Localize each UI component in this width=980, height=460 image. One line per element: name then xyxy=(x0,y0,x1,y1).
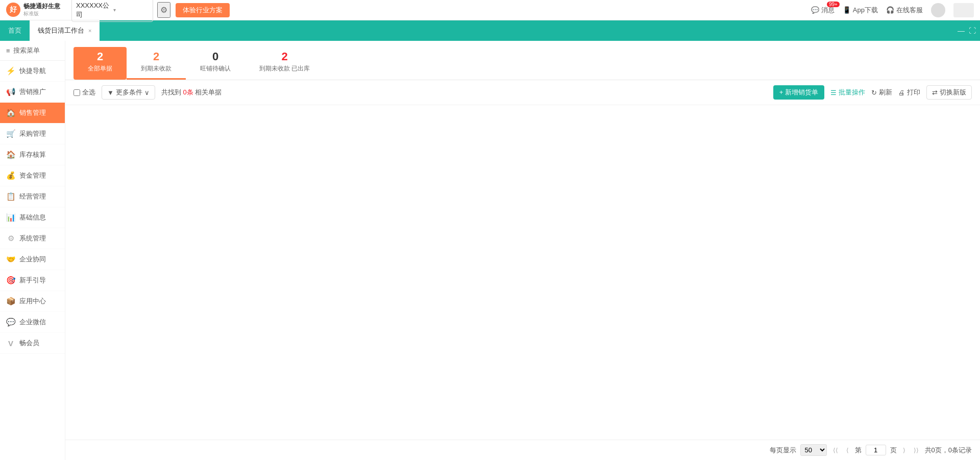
sidebar-item-purchase[interactable]: 🛒 采购管理 xyxy=(0,124,65,144)
sidebar-item-inventory[interactable]: 🏠 库存核算 xyxy=(0,144,65,165)
next-page-button[interactable]: ⟩ xyxy=(901,446,908,455)
prev-page-button[interactable]: ⟨ xyxy=(844,446,851,455)
online-service-button[interactable]: 🎧 在线客服 xyxy=(886,6,923,15)
chevron-down-icon: ▾ xyxy=(113,7,149,13)
tab-expand-icon[interactable]: ⛶ xyxy=(969,27,976,35)
empty-state xyxy=(65,105,980,309)
app-download-label: App下载 xyxy=(853,6,878,15)
app-center-icon: 📦 xyxy=(6,297,15,306)
sidebar-item-label: 新手引导 xyxy=(19,276,46,285)
logo-icon: 好 xyxy=(6,3,20,17)
header: 好 畅捷通好生意 标准版 XXXXXX公司 ▾ ⚙ 体验行业方案 💬 消息 99… xyxy=(0,0,980,20)
online-service-label: 在线客服 xyxy=(896,6,923,15)
refresh-label: 刷新 xyxy=(879,88,892,97)
message-badge: 99+ xyxy=(827,2,840,7)
sales-icon: 🏠 xyxy=(6,108,15,117)
page-input[interactable] xyxy=(866,445,886,455)
app-download-icon: 📱 xyxy=(843,6,851,14)
guide-icon: 🎯 xyxy=(6,276,15,285)
page-size-select[interactable]: 50 10 20 100 xyxy=(800,444,827,456)
pagination: 每页显示 50 10 20 100 ⟨⟨ ⟨ 第 页 ⟩ ⟩⟩ 共0页，0条记录 xyxy=(65,440,980,460)
user-menu[interactable] xyxy=(953,3,974,17)
member-icon: V xyxy=(6,339,15,348)
sidebar-item-marketing[interactable]: 📢 营销推广 xyxy=(0,82,65,103)
logo-text-area: 畅捷通好生意 标准版 xyxy=(23,3,60,17)
print-label: 打印 xyxy=(907,88,920,97)
select-all-checkbox[interactable] xyxy=(74,89,80,96)
tab-minimize-icon[interactable]: — xyxy=(958,27,965,35)
sidebar-item-label: 企业协同 xyxy=(19,255,46,264)
new-order-button[interactable]: + 新增销货单 xyxy=(773,85,824,100)
last-page-button[interactable]: ⟩⟩ xyxy=(912,446,921,455)
tab-active-label: 钱货日清工作台 xyxy=(38,26,84,35)
tab-home[interactable]: 首页 xyxy=(0,20,30,41)
enterprise-icon: 🤝 xyxy=(6,255,15,264)
stat-number-all: 2 xyxy=(97,50,103,63)
avatar[interactable] xyxy=(931,3,945,17)
stat-tab-pending[interactable]: 0 旺铺待确认 xyxy=(186,47,245,80)
logo-title: 畅捷通好生意 xyxy=(23,3,60,10)
batch-button[interactable]: ☰ 批量操作 xyxy=(830,88,865,97)
wechat-icon: 💬 xyxy=(6,318,15,327)
sidebar-item-member[interactable]: V 畅会员 xyxy=(0,333,65,354)
page-size-label: 每页显示 xyxy=(770,446,796,455)
operations-icon: 📋 xyxy=(6,192,15,201)
select-all-area[interactable]: 全选 xyxy=(74,88,95,97)
marketing-icon: 📢 xyxy=(6,87,15,96)
company-name: XXXXXX公司 xyxy=(76,1,111,19)
stat-tab-all[interactable]: 2 全部单据 xyxy=(74,47,127,80)
sidebar-search-label: 搜索菜单 xyxy=(13,46,40,55)
page-label: 第 xyxy=(855,446,862,455)
stat-label-overdue: 到期未收款 xyxy=(141,64,172,73)
found-text: 共找到 0条 相关单据 xyxy=(161,88,222,97)
stat-label-overdue-shipped: 到期未收款 已出库 xyxy=(259,64,310,73)
sidebar-item-label: 企业微信 xyxy=(19,318,46,327)
company-selector[interactable]: XXXXXX公司 ▾ xyxy=(71,0,153,22)
filter-button[interactable]: ▼ 更多条件 ∨ xyxy=(102,85,155,100)
switch-label: 切换新版 xyxy=(940,88,966,97)
settings-button[interactable]: ⚙ xyxy=(157,2,170,18)
sidebar-item-finance[interactable]: 💰 资金管理 xyxy=(0,165,65,186)
stat-number-overdue-shipped: 2 xyxy=(282,50,288,63)
sidebar-item-quick-nav[interactable]: ⚡ 快捷导航 xyxy=(0,61,65,82)
toolbar-right: + 新增销货单 ☰ 批量操作 ↻ 刷新 🖨 打印 ⇄ 切换新版 xyxy=(773,85,972,100)
sidebar-item-wechat[interactable]: 💬 企业微信 xyxy=(0,312,65,333)
refresh-icon: ↻ xyxy=(871,89,877,96)
sidebar-item-enterprise[interactable]: 🤝 企业协同 xyxy=(0,249,65,270)
print-button[interactable]: 🖨 打印 xyxy=(898,88,920,97)
sidebar-item-app-center[interactable]: 📦 应用中心 xyxy=(0,291,65,312)
refresh-button[interactable]: ↻ 刷新 xyxy=(871,88,892,97)
sidebar-item-label: 快捷导航 xyxy=(19,66,46,76)
sidebar-item-basic-info[interactable]: 📊 基础信息 xyxy=(0,207,65,228)
sidebar-item-label: 销售管理 xyxy=(19,108,46,117)
inventory-icon: 🏠 xyxy=(6,150,15,159)
tab-active[interactable]: 钱货日清工作台 × xyxy=(30,20,100,41)
stat-tab-overdue-shipped[interactable]: 2 到期未收款 已出库 xyxy=(245,47,324,80)
first-page-button[interactable]: ⟨⟨ xyxy=(831,446,840,455)
sidebar-item-guide[interactable]: 🎯 新手引导 xyxy=(0,270,65,291)
sidebar: ≡ 搜索菜单 ⚡ 快捷导航 📢 营销推广 🏠 销售管理 🛒 采购管理 🏠 库存核… xyxy=(0,41,65,460)
sidebar-search[interactable]: ≡ 搜索菜单 xyxy=(0,41,65,61)
app-download-button[interactable]: 📱 App下载 xyxy=(843,6,878,15)
switch-version-button[interactable]: ⇄ 切换新版 xyxy=(926,85,972,100)
filter-chevron-icon: ∨ xyxy=(144,89,150,96)
industry-btn[interactable]: 体验行业方案 xyxy=(176,3,230,17)
sidebar-item-system[interactable]: ⚙ 系统管理 xyxy=(0,228,65,249)
tab-close-icon[interactable]: × xyxy=(88,28,91,34)
sidebar-item-label: 采购管理 xyxy=(19,129,46,138)
sidebar-item-operations[interactable]: 📋 经营管理 xyxy=(0,186,65,207)
select-all-label: 全选 xyxy=(82,88,95,97)
filter-label: 更多条件 xyxy=(116,88,142,97)
stat-tab-overdue[interactable]: 2 到期未收款 xyxy=(127,47,186,80)
filter-icon: ▼ xyxy=(107,89,114,96)
message-button[interactable]: 💬 消息 99+ xyxy=(811,6,835,15)
stat-label-all: 全部单据 xyxy=(88,64,112,73)
found-count: 0条 xyxy=(183,88,193,96)
logo-area: 好 畅捷通好生意 标准版 xyxy=(6,3,71,17)
basic-info-icon: 📊 xyxy=(6,213,15,222)
search-icon: ≡ xyxy=(6,47,10,55)
total-label: 共0页，0条记录 xyxy=(925,446,972,455)
toolbar: 全选 ▼ 更多条件 ∨ 共找到 0条 相关单据 + 新增销货单 ☰ 批量操作 ↻ xyxy=(65,80,980,105)
sidebar-item-sales[interactable]: 🏠 销售管理 xyxy=(0,103,65,124)
sidebar-item-label: 营销推广 xyxy=(19,87,46,96)
